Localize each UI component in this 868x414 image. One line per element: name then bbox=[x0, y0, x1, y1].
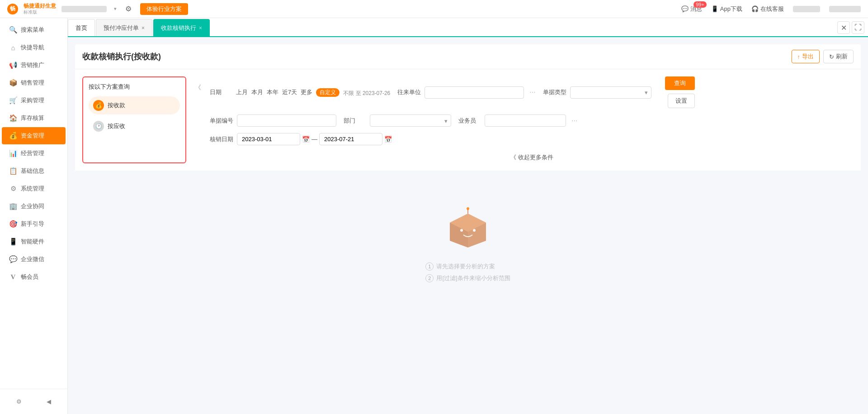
dropdown-chevron-icon[interactable]: ▾ bbox=[114, 6, 117, 12]
sidebar-item-purchase[interactable]: 🛒 采购管理 bbox=[2, 92, 66, 109]
sidebar-item-sales[interactable]: 📦 销售管理 bbox=[2, 74, 66, 91]
operator-more-icon[interactable]: ··· bbox=[571, 117, 577, 125]
collapse-more-button[interactable]: 《 收起更多条件 bbox=[505, 152, 559, 163]
settings-button[interactable]: 设置 bbox=[668, 94, 695, 108]
message-badge: 99+ bbox=[693, 1, 707, 8]
writeoff-date-input-group: 📅 — 📅 bbox=[237, 133, 392, 145]
date-shortcut-links: 上月 本月 本年 近7天 更多 自定义 bbox=[236, 88, 340, 97]
refresh-icon: ↻ bbox=[829, 53, 834, 60]
empty-illustration bbox=[441, 207, 495, 253]
sidebar-item-marketing[interactable]: 📢 营销推广 bbox=[2, 57, 66, 74]
page-content: 收款核销执行(按收款) ↑ 导出 ↻ 刷新 按以 bbox=[68, 37, 868, 414]
date-link-last7days[interactable]: 近7天 bbox=[282, 88, 297, 97]
sidebar-item-basic-info[interactable]: 📋 基础信息 bbox=[2, 162, 66, 180]
tab-home[interactable]: 首页 bbox=[68, 19, 95, 36]
filter-row-2: 单据编号 部门 bbox=[210, 114, 854, 127]
tip-num-1: 1 bbox=[425, 262, 434, 271]
filter-fields: 日期 上月 本月 本年 近7天 更多 自定义 不限 至 2023-07-26 bbox=[210, 76, 854, 163]
date-link-more[interactable]: 更多 bbox=[301, 88, 312, 97]
sidebar-label-enterprise: 企业协同 bbox=[21, 202, 44, 210]
settings-icon-btn[interactable]: ⚙ bbox=[122, 3, 135, 15]
calendar-end-icon[interactable]: 📅 bbox=[384, 136, 392, 143]
message-icon: 💬 bbox=[681, 5, 689, 12]
home-icon: ⌂ bbox=[9, 44, 17, 52]
online-service-btn[interactable]: 🎧 在线客服 bbox=[751, 5, 784, 13]
close-icon: ✕ bbox=[841, 24, 847, 32]
sidebar-item-business[interactable]: 📊 经营管理 bbox=[2, 145, 66, 162]
message-btn[interactable]: 💬 消息 99+ bbox=[681, 5, 702, 13]
filter-option-receipt-label: 按收款 bbox=[108, 101, 125, 109]
tab-home-label: 首页 bbox=[75, 24, 87, 32]
user-info-blurred bbox=[61, 6, 107, 12]
tab-expand-btn[interactable]: ⛶ bbox=[852, 21, 864, 34]
svg-point-5 bbox=[473, 229, 476, 232]
bill-no-filter-group: 单据编号 bbox=[210, 114, 336, 127]
date-link-custom[interactable]: 自定义 bbox=[316, 88, 340, 97]
tab-receivables[interactable]: 收款核销执行 × bbox=[153, 19, 210, 36]
sidebar-label-search-menu: 搜索菜单 bbox=[21, 26, 44, 34]
sidebar-item-wechat[interactable]: 💬 企业微信 bbox=[2, 251, 66, 268]
bill-type-filter-group: 单据类型 bbox=[543, 86, 651, 99]
query-button[interactable]: 查询 bbox=[665, 76, 695, 90]
empty-tip-1: 1 请先选择要分析的方案 bbox=[425, 262, 510, 271]
collapse-more-row: 《 收起更多条件 bbox=[210, 152, 854, 163]
filter-option-by-receipt[interactable]: 💰 按收款 bbox=[89, 96, 180, 114]
sidebar-item-enterprise[interactable]: 🏢 企业协同 bbox=[2, 198, 66, 215]
sidebar-item-search-menu[interactable]: 🔍 搜索菜单 bbox=[2, 21, 66, 38]
sidebar-settings-btn[interactable]: ⚙ bbox=[13, 395, 25, 409]
calendar-start-icon[interactable]: 📅 bbox=[302, 136, 310, 143]
collapse-more-icon: 《 bbox=[510, 153, 516, 162]
dept-filter-group: 部门 bbox=[344, 114, 451, 127]
sidebar-label-system: 系统管理 bbox=[21, 185, 44, 193]
writeoff-date-start-input[interactable] bbox=[237, 133, 300, 145]
main-layout: 🔍 搜索菜单 ⌂ 快捷导航 📢 营销推广 📦 销售管理 🛒 采购管理 🏠 bbox=[0, 18, 868, 414]
inventory-icon: 🏠 bbox=[9, 114, 17, 122]
counterparty-more-icon[interactable]: ··· bbox=[529, 88, 535, 96]
tab-prepay-close-icon[interactable]: × bbox=[142, 25, 145, 31]
empty-svg-icon bbox=[441, 207, 495, 252]
collapse-icon: ◀ bbox=[47, 398, 51, 405]
expand-icon: ⛶ bbox=[854, 24, 862, 32]
search-icon: 🔍 bbox=[9, 26, 17, 34]
sidebar-item-member[interactable]: V 畅会员 bbox=[2, 268, 66, 286]
sidebar-item-quick-nav[interactable]: ⌂ 快捷导航 bbox=[2, 39, 66, 56]
date-link-this-month[interactable]: 本月 bbox=[251, 88, 263, 97]
sidebar-item-system[interactable]: ⚙ 系统管理 bbox=[2, 180, 66, 197]
bill-type-select[interactable] bbox=[570, 86, 651, 99]
dept-select[interactable] bbox=[370, 114, 451, 127]
empty-state: 1 请先选择要分析的方案 2 用[过滤]条件来缩小分析范围 bbox=[75, 171, 861, 304]
tab-prepay[interactable]: 预付冲应付单 × bbox=[96, 19, 152, 36]
filter-collapse-button[interactable]: 《 bbox=[193, 76, 203, 95]
tab-receivables-close-icon[interactable]: × bbox=[199, 25, 202, 31]
sidebar-item-guide[interactable]: 🎯 新手引导 bbox=[2, 215, 66, 233]
date-unlimited-text: 不限 至 2023-07-26 bbox=[343, 90, 390, 97]
solution-button[interactable]: 体验行业方案 bbox=[140, 3, 188, 15]
date-link-this-year[interactable]: 本年 bbox=[267, 88, 278, 97]
tab-prepay-label: 预付冲应付单 bbox=[104, 24, 139, 32]
sidebar-collapse-btn[interactable]: ◀ bbox=[43, 395, 55, 409]
dept-select-wrapper bbox=[370, 114, 451, 127]
operator-input[interactable] bbox=[485, 114, 566, 127]
dept-label: 部门 bbox=[344, 117, 366, 125]
sidebar-bottom-row: ⚙ ◀ bbox=[0, 393, 67, 410]
bill-no-input[interactable] bbox=[237, 114, 336, 127]
writeoff-date-end-input[interactable] bbox=[319, 133, 382, 145]
member-icon: V bbox=[9, 273, 17, 281]
sidebar-label-member: 畅会员 bbox=[21, 273, 38, 281]
tab-close-all-btn[interactable]: ✕ bbox=[837, 21, 850, 34]
sidebar-label-inventory: 库存核算 bbox=[21, 114, 44, 122]
counterparty-label: 往来单位 bbox=[397, 88, 421, 96]
app-download-btn[interactable]: 📱 App下载 bbox=[711, 5, 742, 13]
sidebar-label-finance: 资金管理 bbox=[21, 132, 44, 140]
date-link-prev-month[interactable]: 上月 bbox=[236, 88, 248, 97]
filter-option-by-receivable[interactable]: 🕐 按应收 bbox=[89, 117, 180, 135]
refresh-button[interactable]: ↻ 刷新 bbox=[823, 50, 854, 63]
sidebar-item-finance[interactable]: 💰 资金管理 bbox=[2, 127, 66, 144]
bill-type-label: 单据类型 bbox=[543, 88, 566, 96]
sidebar-item-inventory[interactable]: 🏠 库存核算 bbox=[2, 109, 66, 127]
tab-bar: 首页 预付冲应付单 × 收款核销执行 × ✕ ⛶ bbox=[68, 18, 868, 37]
export-button[interactable]: ↑ 导出 bbox=[792, 50, 820, 63]
writeoff-date-label: 核销日期 bbox=[210, 135, 233, 143]
sidebar-item-smart-hw[interactable]: 📱 智能硬件 bbox=[2, 233, 66, 250]
counterparty-input[interactable] bbox=[425, 86, 524, 99]
